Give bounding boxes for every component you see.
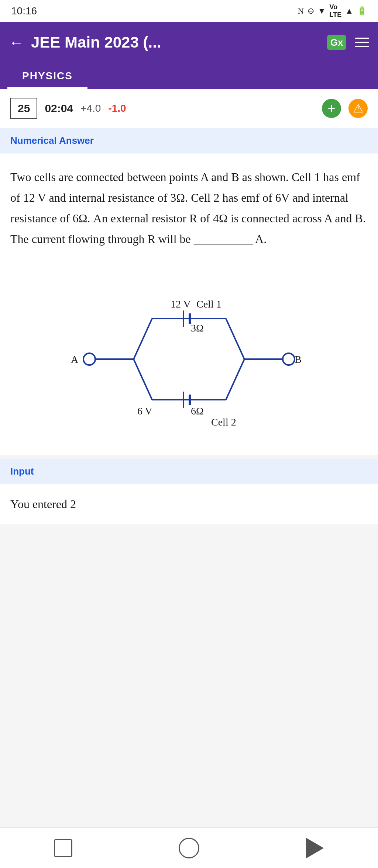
cell2-resistance-label: 6Ω — [191, 405, 204, 417]
status-icons: N ⊖ ▼ VoLTE ▲ 🔋 — [298, 3, 367, 19]
input-label: Input — [10, 466, 34, 477]
node-a-circle — [83, 353, 95, 365]
cell1-resistance-label: 3Ω — [191, 322, 204, 334]
warning-icon: ⚠ — [353, 103, 364, 114]
cell2-voltage-label: 6 V — [137, 405, 152, 417]
circle-icon — [179, 838, 199, 858]
circuit-diagram: .wire { stroke: #1a3a9e; stroke-width: 4… — [0, 260, 378, 455]
minus-icon: ⊖ — [307, 6, 314, 16]
input-value-text: You entered 2 — [10, 497, 368, 511]
cell1-name-label: Cell 1 — [196, 298, 221, 310]
home-button[interactable] — [50, 835, 76, 861]
input-bar: Input — [0, 459, 378, 484]
lte-icon: VoLTE — [330, 3, 342, 19]
node-b-circle — [283, 353, 295, 365]
mark-positive: +4.0 — [80, 103, 101, 114]
app-bar-icons: Gx — [327, 35, 369, 50]
battery-icon: 🔋 — [357, 6, 367, 16]
app-bar: ← JEE Main 2023 (... Gx — [0, 22, 378, 63]
question-timer: 02:04 — [45, 102, 73, 115]
back-nav-button[interactable] — [176, 835, 202, 861]
signal-icon: ▼ — [318, 6, 326, 16]
answer-type-bar: Numerical Answer — [0, 128, 378, 153]
tab-physics[interactable]: PHYSICS — [7, 63, 87, 89]
menu-button[interactable] — [355, 38, 369, 47]
question-body: Two cells are connected between points A… — [0, 153, 378, 260]
status-time: 10:16 — [11, 5, 37, 17]
tab-bar: PHYSICS — [0, 63, 378, 89]
triangle-icon — [306, 838, 324, 858]
svg-line-1 — [134, 319, 152, 359]
mark-negative: -1.0 — [108, 103, 126, 114]
status-bar: 10:16 N ⊖ ▼ VoLTE ▲ 🔋 — [0, 0, 378, 22]
report-button[interactable]: ⚠ — [348, 99, 368, 118]
svg-line-6 — [226, 359, 244, 400]
notification-icon: N — [298, 6, 304, 16]
bookmark-add-button[interactable]: + — [322, 99, 341, 118]
circuit-svg: .wire { stroke: #1a3a9e; stroke-width: 4… — [60, 267, 318, 444]
node-a-label: A — [71, 354, 79, 365]
translate-button[interactable]: Gx — [327, 35, 346, 50]
cell1-voltage-label: 12 V — [171, 298, 191, 310]
svg-line-3 — [226, 319, 244, 359]
question-number: 25 — [10, 98, 37, 119]
answer-type-label: Numerical Answer — [10, 135, 94, 146]
svg-line-4 — [134, 359, 152, 400]
question-header: 25 02:04 +4.0 -1.0 + ⚠ — [0, 89, 378, 128]
bottom-nav — [0, 827, 378, 868]
bars-icon: ▲ — [345, 6, 353, 16]
input-body: You entered 2 — [0, 484, 378, 524]
node-b-label: B — [295, 354, 302, 365]
question-text: Two cells are connected between points A… — [10, 167, 368, 249]
plus-icon: + — [327, 102, 335, 115]
prev-button[interactable] — [302, 835, 328, 861]
app-bar-title: JEE Main 2023 (... — [31, 34, 320, 51]
back-button[interactable]: ← — [9, 34, 24, 51]
cell2-name-label: Cell 2 — [211, 416, 236, 428]
square-icon — [54, 839, 72, 857]
